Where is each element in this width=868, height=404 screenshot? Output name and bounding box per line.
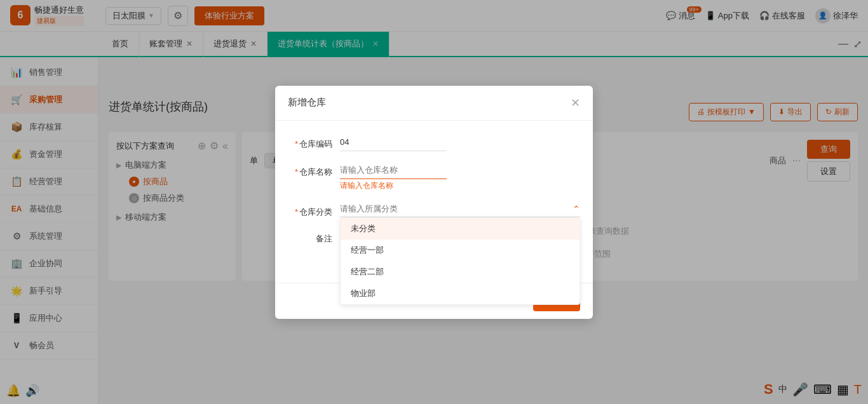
category-dropdown: 未分类 经营一部 经营二部 物业部: [340, 217, 580, 305]
category-input[interactable]: [340, 204, 573, 213]
warehouse-code-input[interactable]: [340, 133, 447, 151]
code-label: *仓库编码: [288, 133, 332, 150]
modal-overlay[interactable]: 新增仓库 ✕ *仓库编码 *仓库名称 请输入仓库名称: [0, 0, 868, 404]
remark-label: 备注: [288, 228, 332, 245]
modal-body: *仓库编码 *仓库名称 请输入仓库名称 *仓库分类: [275, 121, 593, 283]
dropdown-item-2[interactable]: 经营二部: [341, 261, 580, 283]
close-icon[interactable]: ✕: [571, 96, 580, 110]
modal-header: 新增仓库 ✕: [275, 86, 593, 121]
form-row-name: *仓库名称 请输入仓库名称: [288, 161, 580, 191]
form-row-category: *仓库分类 ⌃ 未分类 经营一部 经营二部 物业部: [288, 201, 580, 218]
name-label: *仓库名称: [288, 161, 332, 178]
chevron-up-icon[interactable]: ⌃: [573, 204, 580, 214]
dropdown-item-1[interactable]: 经营一部: [341, 239, 580, 261]
dropdown-item-3[interactable]: 物业部: [341, 283, 580, 304]
form-row-code: *仓库编码: [288, 133, 580, 151]
name-error-msg: 请输入仓库名称: [340, 180, 580, 191]
modal-title: 新增仓库: [288, 97, 326, 109]
warehouse-name-input[interactable]: [340, 161, 447, 179]
name-input-wrapper: 请输入仓库名称: [340, 161, 580, 191]
add-warehouse-modal: 新增仓库 ✕ *仓库编码 *仓库名称 请输入仓库名称: [275, 86, 593, 319]
code-input-wrapper: [340, 133, 580, 151]
category-input-row: ⌃: [340, 201, 580, 217]
category-label: *仓库分类: [288, 201, 332, 218]
dropdown-item-0[interactable]: 未分类: [341, 218, 580, 239]
category-wrapper: ⌃ 未分类 经营一部 经营二部 物业部: [340, 201, 580, 217]
